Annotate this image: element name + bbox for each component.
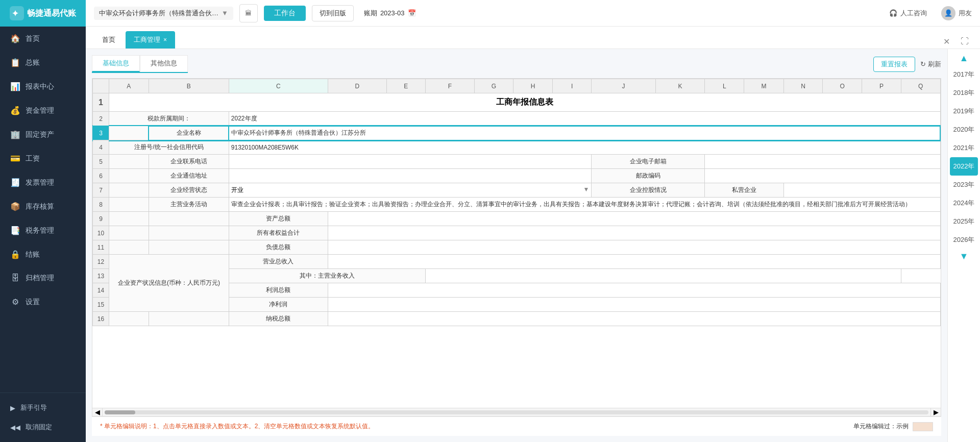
tab-close-button[interactable]: × [163, 36, 167, 43]
app-logo: ✦ 畅捷通易代账 [0, 0, 86, 27]
company-selector[interactable]: 中审众环会计师事务所（特殊普通合伙… ▼ [94, 7, 233, 20]
sidebar-item-home[interactable]: 🏠 首页 [0, 27, 86, 51]
sub-tab-other[interactable]: 其他信息 [140, 55, 188, 72]
sidebar-item-capital-label: 资金管理 [26, 106, 54, 115]
company-icon-button[interactable]: 🏛 [239, 4, 258, 22]
calendar-icon[interactable]: 📅 [408, 9, 416, 17]
scroll-track[interactable] [105, 410, 928, 414]
status-right-label: 单元格编辑过：示例 [853, 422, 909, 431]
row4-label: 注册号/统一社会信用代码 [109, 140, 229, 155]
horizontal-scrollbar[interactable]: ◀ ▶ [92, 408, 941, 416]
tax-icon: 📑 [10, 226, 20, 235]
row16-value[interactable] [328, 312, 940, 326]
asset-icon: 🏢 [10, 130, 20, 139]
year-item-2017[interactable]: 2017年 [948, 65, 980, 84]
year-item-2018[interactable]: 2018年 [948, 84, 980, 102]
sidebar-bottom: ▶ 新手引导 ◀◀ 取消固定 [0, 392, 86, 442]
year-item-2019[interactable]: 2019年 [948, 102, 980, 120]
sidebar-item-unpin[interactable]: ◀◀ 取消固定 [0, 418, 86, 437]
company-dropdown-icon: ▼ [222, 9, 228, 17]
row11-b [149, 240, 229, 255]
year-item-2021[interactable]: 2021年 [948, 139, 980, 157]
refresh-label: 刷新 [928, 60, 941, 69]
year-item-2025[interactable]: 2025年 [948, 212, 980, 231]
sidebar-item-archive[interactable]: 🗄 归档管理 [0, 266, 86, 290]
tab-business[interactable]: 工商管理 × [126, 31, 175, 48]
svg-text:✦: ✦ [12, 9, 19, 18]
row7-holding-value[interactable] [783, 183, 940, 198]
sidebar-item-capital[interactable]: 💰 资金管理 [0, 99, 86, 122]
row6-postal[interactable] [705, 169, 940, 183]
row8-value[interactable]: 审查企业会计报表；出具审计报告；验证企业资本；出具验资报告；办理企业合开、分立、… [229, 198, 940, 212]
row15-value[interactable] [328, 298, 940, 312]
switch-button[interactable]: 切到旧版 [312, 5, 354, 21]
row10-value[interactable] [328, 226, 940, 240]
row13-value[interactable] [426, 269, 901, 283]
row6-value[interactable] [229, 169, 592, 183]
user-name: 用友 [959, 9, 972, 18]
window-buttons: ✕ ⛶ [939, 34, 972, 48]
row8-label: 主营业务活动 [149, 198, 229, 212]
row-num-6: 6 [93, 169, 109, 183]
row2-value[interactable]: 2022年度 [229, 112, 940, 126]
col-header-i: I [552, 79, 591, 93]
year-item-2022[interactable]: 2022年 [950, 157, 978, 176]
row11-value[interactable] [328, 240, 940, 255]
col-header-b: B [149, 79, 229, 93]
year-item-2020[interactable]: 2020年 [948, 120, 980, 139]
reset-button[interactable]: 重置报表 [873, 57, 915, 72]
corner-cell [93, 79, 109, 93]
year-item-2023[interactable]: 2023年 [948, 176, 980, 194]
sidebar: ✦ 畅捷通易代账 🏠 首页 📋 总账 📊 报表中心 💰 资金管理 🏢 固定资产 … [0, 0, 86, 442]
expand-window-button[interactable]: ⛶ [958, 34, 972, 48]
year-scroll-down[interactable]: ▼ [948, 249, 980, 263]
sidebar-item-ledger[interactable]: 📋 总账 [0, 51, 86, 75]
row3-label: 企业名称 [149, 126, 229, 140]
sidebar-unpin-label: 取消固定 [26, 423, 52, 432]
row3-value[interactable]: 中审众环会计师事务所（特殊普通合伙）江苏分所 [229, 126, 940, 140]
sidebar-item-settings[interactable]: ⚙ 设置 [0, 290, 86, 314]
sidebar-item-asset[interactable]: 🏢 固定资产 [0, 122, 86, 146]
table-row: 9 资产总额 [93, 212, 941, 226]
row4-value[interactable]: 91320100MA208E5W6K [229, 140, 940, 155]
year-item-2026[interactable]: 2026年 [948, 231, 980, 249]
scroll-left-button[interactable]: ◀ [92, 408, 103, 416]
period-label: 账期 [364, 9, 377, 18]
table-row: 11 负债总额 [93, 240, 941, 255]
logo-icon: ✦ [10, 6, 24, 20]
workbench-label: 工作台 [274, 9, 296, 17]
sidebar-item-tax[interactable]: 📑 税务管理 [0, 218, 86, 242]
sidebar-item-guide[interactable]: ▶ 新手引导 [0, 398, 86, 418]
building-icon: 🏛 [245, 9, 252, 17]
row9-value[interactable] [328, 212, 940, 226]
scroll-right-button[interactable]: ▶ [930, 408, 941, 416]
sub-tab-basic[interactable]: 基础信息 [92, 55, 140, 72]
sidebar-item-archive-label: 归档管理 [26, 274, 54, 283]
workbench-button[interactable]: 工作台 [264, 6, 306, 21]
row12-value[interactable] [328, 255, 940, 269]
sidebar-item-inventory[interactable]: 📦 库存核算 [0, 194, 86, 218]
close-window-button[interactable]: ✕ [939, 34, 953, 48]
tab-home[interactable]: 首页 [94, 31, 124, 48]
sheet-scroll-area[interactable]: A B C D E F G H I J K L [92, 79, 941, 408]
row5-value[interactable] [229, 155, 592, 169]
row-num-16: 16 [93, 312, 109, 326]
sidebar-item-report[interactable]: 📊 报表中心 [0, 75, 86, 99]
year-scroll-up[interactable]: ▲ [948, 51, 980, 65]
year-item-2024[interactable]: 2024年 [948, 194, 980, 212]
sidebar-item-salary[interactable]: 💳 工资 [0, 146, 86, 170]
refresh-button[interactable]: ↻ 刷新 [920, 60, 941, 69]
sub-tab-bar: 基础信息 其他信息 [92, 55, 188, 73]
user-menu[interactable]: 👤 用友 [941, 6, 972, 20]
sidebar-item-invoice[interactable]: 🧾 发票管理 [0, 170, 86, 194]
sidebar-item-closing[interactable]: 🔒 结账 [0, 242, 86, 266]
header: 中审众环会计师事务所（特殊普通合伙… ▼ 🏛 工作台 切到旧版 账期 2023-… [86, 0, 980, 27]
sheet-title-cell[interactable]: 工商年报信息表 [109, 93, 941, 112]
sub-tab-other-label: 其他信息 [151, 59, 177, 67]
scroll-thumb[interactable] [105, 410, 135, 414]
row5-email-value[interactable] [705, 155, 940, 169]
row-num-3: 3 [93, 126, 109, 140]
row14-value[interactable] [328, 283, 940, 298]
row7-value[interactable]: 开业 ▼ [229, 183, 592, 198]
help-button[interactable]: 🎧 人工咨询 [889, 9, 927, 18]
